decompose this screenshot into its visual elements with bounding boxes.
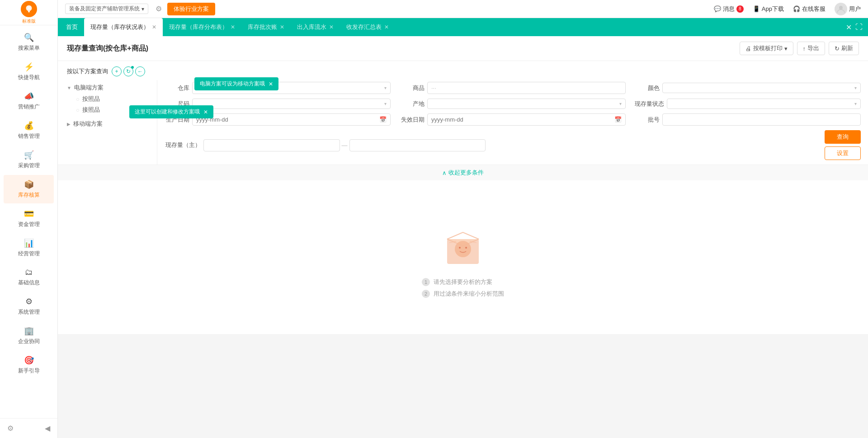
scheme-group-pc-header[interactable]: ▼ 电脑端方案: [67, 82, 151, 94]
sidebar-item-basic-info[interactable]: 🗂 基础信息: [4, 263, 54, 291]
logo-icon: [21, 1, 37, 17]
sidebar-item-newbie[interactable]: 🎯 新手引导: [4, 351, 54, 379]
tab-in-out-flow[interactable]: 出入库流水 ✕: [291, 18, 340, 36]
sidebar-item-system[interactable]: ⚙ 系统管理: [4, 292, 54, 320]
scheme-item-label: 接照品: [82, 106, 100, 114]
stock-max-input[interactable]: [349, 139, 486, 151]
tab-close-all-icon[interactable]: ✕: [846, 23, 852, 32]
chevron-down-icon: ▾: [854, 85, 857, 90]
scheme-group-mobile-header[interactable]: ▶ 移动端方案: [67, 118, 151, 130]
tab-close-icon[interactable]: ✕: [231, 24, 235, 30]
reset-btn[interactable]: 设置: [825, 146, 861, 160]
batch-no-label: 批号: [635, 116, 660, 124]
color-control: ▾: [662, 83, 861, 93]
expiry-date-input-wrapper[interactable]: 📅: [427, 113, 626, 126]
expiry-date-input[interactable]: [431, 116, 613, 123]
settings-icon[interactable]: ⚙: [7, 424, 14, 433]
export-btn[interactable]: ↑ 导出: [797, 42, 826, 55]
online-support-item[interactable]: 🎧 在线客服: [793, 5, 826, 13]
sidebar-item-label: 快捷导航: [18, 74, 40, 81]
tab-collect-report-label: 收发存汇总表: [346, 23, 382, 31]
field-stock-status: 现存量状态 ▾: [635, 99, 861, 109]
page-title: 现存量查询(按仓库+商品): [67, 44, 148, 53]
step-1-text: 请先选择要分析的方案: [434, 278, 492, 286]
sidebar-item-purchase[interactable]: 🛒 采购管理: [4, 146, 54, 174]
finance-icon: 💳: [24, 209, 34, 219]
print-btn[interactable]: 🖨 按模板打印 ▾: [740, 42, 793, 55]
tab-fullscreen-icon[interactable]: ⛶: [855, 23, 863, 31]
sidebar-item-enterprise[interactable]: 🏢 企业协同: [4, 321, 54, 350]
tab-collect-report[interactable]: 收发存汇总表 ✕: [340, 18, 395, 36]
gear-icon[interactable]: ⚙: [156, 5, 162, 13]
search-btn[interactable]: 查询: [825, 130, 861, 144]
tab-inventory-dist[interactable]: 现存量（库存分布表） ✕: [163, 18, 241, 36]
batch-no-input[interactable]: [662, 113, 861, 126]
origin-label: 产地: [400, 100, 425, 108]
sidebar-item-quick-nav[interactable]: ⚡ 快捷导航: [4, 57, 54, 86]
header: 装备及固定资产辅助管理系统 ▾ ⚙ 体验行业方案 💬 消息 8 📱 App下载 …: [58, 0, 868, 18]
sidebar-item-search-menu[interactable]: 🔍 搜索菜单: [4, 28, 54, 57]
sidebar-item-marketing[interactable]: 📣 营销推广: [4, 87, 54, 115]
collapse-bar[interactable]: ∧ 收起更多条件: [58, 165, 868, 180]
logo-text: 标准版: [22, 18, 36, 24]
back-scheme-btn[interactable]: ←: [135, 66, 145, 76]
tab-home[interactable]: 首页: [60, 18, 84, 36]
color-label: 颜色: [635, 84, 660, 92]
tab-inventory-status[interactable]: 现存量（库存状况表） ✕: [84, 18, 163, 36]
trial-btn[interactable]: 体验行业方案: [167, 3, 215, 15]
empty-illustration: [431, 217, 495, 271]
field-stock-main: 现存量（主） —: [165, 139, 486, 151]
page-actions: 🖨 按模板打印 ▾ ↑ 导出 ↻ 刷新: [740, 42, 859, 55]
origin-select[interactable]: ▾: [427, 99, 626, 109]
range-dash: —: [342, 142, 348, 149]
refresh-scheme-btn[interactable]: ↻: [123, 66, 133, 76]
system-selector[interactable]: 装备及固定资产辅助管理系统 ▾: [65, 4, 148, 14]
print-icon: 🖨: [745, 45, 751, 52]
tab-close-icon[interactable]: ✕: [329, 24, 334, 30]
scheme-item-icon: ○: [76, 96, 80, 103]
sidebar-logo: 标准版: [0, 0, 57, 25]
tab-close-icon[interactable]: ✕: [384, 24, 389, 30]
prod-date-control: 📅: [192, 113, 391, 126]
size-control: ▾: [192, 99, 391, 109]
stock-main-control: —: [203, 139, 486, 151]
tab-in-out-flow-label: 出入库流水: [297, 23, 326, 31]
stock-status-select[interactable]: ▾: [667, 99, 861, 109]
refresh-btn[interactable]: ↻ 刷新: [829, 42, 859, 55]
action-buttons: 查询 设置: [825, 130, 861, 160]
field-batch-no: 批号: [635, 113, 861, 126]
sidebar-item-label: 新手引导: [18, 367, 40, 375]
color-select[interactable]: ▾: [662, 83, 861, 93]
fields-area: 仓库 ··· ▾ 商品 ···: [157, 80, 868, 165]
stock-min-input[interactable]: [203, 139, 340, 151]
marketing-icon: 📣: [24, 91, 34, 101]
chevron-up-icon: ∧: [442, 170, 447, 176]
tab-close-icon[interactable]: ✕: [152, 24, 156, 30]
tab-batch-account[interactable]: 库存批次账 ✕: [241, 18, 291, 36]
size-select[interactable]: ▾: [192, 99, 391, 109]
sidebar-item-finance[interactable]: 💳 资金管理: [4, 204, 54, 233]
notifications-item[interactable]: 💬 消息 8: [714, 5, 744, 13]
sidebar-item-inventory[interactable]: 📦 库存核算: [4, 175, 54, 203]
collapse-icon[interactable]: ◀: [45, 424, 50, 433]
tooltip1-close[interactable]: ✕: [269, 81, 273, 87]
tooltip2-close[interactable]: ✕: [203, 109, 208, 115]
empty-step-2: 2 用过滤条件来缩小分析范围: [422, 290, 504, 298]
scheme-item-1[interactable]: ○ 按照品: [76, 94, 151, 104]
sidebar-item-sales[interactable]: 💰 销售管理: [4, 116, 54, 145]
filter-label: 按以下方案查询: [67, 67, 108, 75]
inventory-icon: 📦: [24, 179, 34, 189]
calendar-icon[interactable]: 📅: [614, 116, 622, 123]
sidebar-item-operations[interactable]: 📊 经营管理: [4, 234, 54, 262]
prod-date-input-wrapper[interactable]: 📅: [192, 113, 391, 126]
tab-close-icon[interactable]: ✕: [280, 24, 284, 30]
prod-date-input[interactable]: [196, 116, 377, 123]
avatar: [835, 3, 847, 15]
scheme-column: 这里可以创建和修改方案哦 ✕ ▼ 电脑端方案 ○ 按照品: [58, 80, 157, 165]
user-item[interactable]: 用户: [835, 3, 861, 15]
app-download-item[interactable]: 📱 App下载: [753, 5, 784, 13]
filter-main-layout: 这里可以创建和修改方案哦 ✕ ▼ 电脑端方案 ○ 按照品: [58, 76, 868, 165]
header-left: 装备及固定资产辅助管理系统 ▾ ⚙ 体验行业方案: [65, 3, 215, 15]
calendar-icon[interactable]: 📅: [379, 116, 387, 123]
add-scheme-btn[interactable]: +: [112, 66, 122, 76]
